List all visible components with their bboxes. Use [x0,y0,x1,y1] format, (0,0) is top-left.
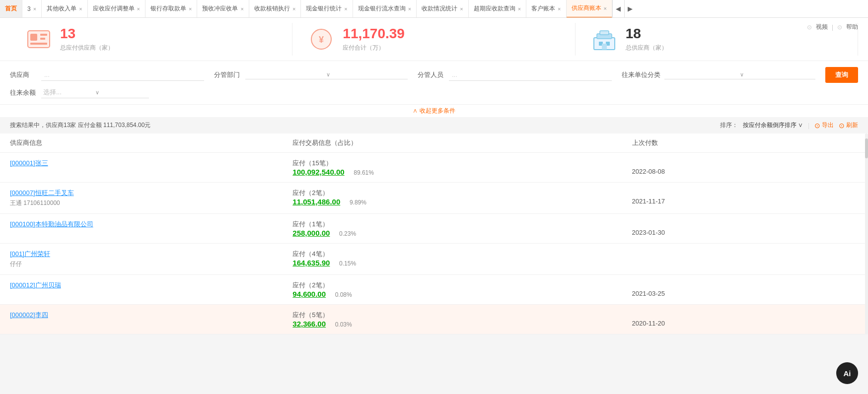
supplier-link[interactable]: [000012]广州贝瑞 [10,281,61,289]
nav-tab-ar-ap-adjust[interactable]: 应收应付调整单 × [88,0,145,18]
transaction-info-cell: 应付（4笔） 164,635.90 0.15% [292,250,632,267]
svg-rect-9 [600,31,609,35]
summary-text-payable-suppliers: 13 总应付供应商（家） [60,26,114,52]
table-row: [000012]广州贝瑞 应付（2笔） 94,600.00 0.08% 2021… [0,275,868,305]
nav-tab-other-income[interactable]: 其他收入单 × [42,0,87,18]
table-row: [000100]本特勤油品有限公司 应付（1笔） 258,000.00 0.23… [0,214,868,244]
nav-tab-receipt-stat-label: 收款情况统计 [422,4,457,13]
transaction-amount[interactable]: 164,635.90 [292,259,330,267]
nav-tab-customer-ledger-label: 客户账本 [531,4,555,13]
total-suppliers-number: 18 [626,26,667,42]
svg-text:¥: ¥ [319,35,324,45]
nav-tab-receipt-stat[interactable]: 收款情况统计 × [417,0,468,18]
supplier-filter-input[interactable] [41,69,204,81]
video-link[interactable]: 视频 [816,23,828,31]
transaction-info-cell: 应付（2笔） 11,051,486.00 9.89% [292,189,632,206]
nav-arrow-left[interactable]: ◀ [612,0,624,18]
nav-tab-bank-deposit-close[interactable]: × [189,6,192,12]
table-row: [000002]李四 应付（5笔） 32,366.00 0.03% 2020-1… [0,305,868,334]
dept-filter-label: 分管部门 [214,70,241,79]
supplier-link[interactable]: [000007]恒旺二手叉车 [10,189,74,197]
transaction-pct: 0.08% [335,291,352,298]
sort-value[interactable]: 按应付余额倒序排序 ∨ [743,121,803,130]
nav-tab-supplier-ledger[interactable]: 供应商账本 × [567,0,612,18]
nav-tab-cash-bank-query-close[interactable]: × [408,6,411,12]
transaction-pct: 0.03% [335,321,352,328]
refresh-button[interactable]: ⊙ 刷新 [839,121,858,130]
collapse-label[interactable]: ∧ 收起更多条件 [413,107,455,114]
refresh-icon: ⊙ [839,122,845,130]
nav-tab-3[interactable]: 3 × [22,0,42,18]
result-bar: 搜索结果中，供应商13家 应付金额 111,703,854.00元 排序： 按应… [0,117,868,133]
dept-filter-arrow: ∨ [326,71,406,78]
transaction-amount[interactable]: 11,051,486.00 [292,197,340,206]
query-button[interactable]: 查询 [825,67,858,83]
nav-tab-cash-bank-query[interactable]: 现金银行流水查询 × [353,0,417,18]
nav-tab-customer-ledger-close[interactable]: × [558,6,561,12]
supplier-link[interactable]: [000100]本特勤油品有限公司 [10,220,93,228]
balance-filter-select[interactable]: 选择... ∨ [41,87,149,98]
supplier-info-cell: [000100]本特勤油品有限公司 [10,220,292,229]
supplier-link[interactable]: [001]广州荣轩 [10,250,50,258]
transaction-label: 应付（2笔） [292,189,632,197]
transaction-amount[interactable]: 32,366.00 [292,320,326,328]
nav-tab-pre-receive-label: 预收冲应收单 [202,4,238,13]
svg-rect-4 [30,43,47,45]
person-filter-label: 分管人员 [418,70,445,79]
export-button[interactable]: ⊙ 导出 [814,121,834,130]
nav-tab-pre-receive[interactable]: 预收冲应收单 × [197,0,249,18]
svg-rect-12 [602,44,607,50]
last-payment-cell: 2023-01-30 [632,220,858,236]
nav-tab-receipt-verify[interactable]: 收款核销执行 × [249,0,301,18]
scrollbar-thumb[interactable] [865,138,868,158]
table-body: [000001]张三 应付（15笔） 100,092,540.00 89.61%… [0,153,868,334]
last-payment-cell: 2022-08-08 [632,159,858,175]
nav-tab-pre-receive-close[interactable]: × [240,6,243,12]
nav-tab-customer-ledger[interactable]: 客户账本 × [526,0,566,18]
nav-tab-overdue-ar-close[interactable]: × [518,6,521,12]
supplier-info-cell: [000002]李四 [10,311,292,320]
nav-tab-supplier-ledger-close[interactable]: × [604,5,607,11]
payable-suppliers-label: 总应付供应商（家） [60,44,114,52]
filter-item-supplier: 供应商 [10,69,204,81]
nav-tab-home[interactable]: 首页 [0,0,22,18]
person-filter-input[interactable] [449,69,612,81]
nav-tab-bank-deposit[interactable]: 银行存取款单 × [145,0,197,18]
help-link[interactable]: 帮助 [846,23,858,31]
header-last-payment: 上次付数 [632,138,858,147]
summary-bar: 13 总应付供应商（家） ¥ 11,170.39 应付合计（万） [0,18,868,61]
nav-arrow-right[interactable]: ▶ [624,0,636,18]
nav-tab-other-income-close[interactable]: × [79,6,82,12]
category-filter-label: 往来单位分类 [622,70,660,79]
supplier-sub-info: 仔仔 [10,260,292,268]
top-navigation: 首页 3 × 其他收入单 × 应收应付调整单 × 银行存取款单 × 预收冲应收单… [0,0,868,18]
transaction-pct: 0.15% [339,260,356,267]
nav-tab-cash-bank-query-label: 现金银行流水查询 [358,4,406,13]
total-suppliers-label: 总供应商（家） [626,44,667,52]
scrollbar-vertical[interactable] [865,133,868,334]
balance-filter-arrow: ∨ [95,89,147,96]
nav-tab-other-income-label: 其他收入单 [47,4,76,13]
supplier-icon-1 [25,25,53,53]
nav-tab-cash-bank-stat-close[interactable]: × [344,6,347,12]
supplier-link[interactable]: [000002]李四 [10,311,48,319]
transaction-info-cell: 应付（2笔） 94,600.00 0.08% [292,281,632,298]
nav-tab-ar-ap-adjust-close[interactable]: × [137,6,140,12]
refresh-label: 刷新 [846,121,858,130]
nav-tab-3-close[interactable]: × [33,6,36,12]
transaction-amount[interactable]: 94,600.00 [292,290,326,298]
nav-tab-receipt-stat-close[interactable]: × [460,6,463,12]
nav-tab-overdue-ar[interactable]: 超期应收款查询 × [469,0,526,18]
category-filter-select[interactable]: ∨ [664,70,816,79]
nav-tab-cash-bank-stat[interactable]: 现金银行统计 × [301,0,353,18]
nav-tab-ar-ap-adjust-label: 应收应付调整单 [93,4,135,13]
dept-filter-select[interactable]: ∨ [245,70,408,79]
nav-tab-receipt-verify-close[interactable]: × [292,6,295,12]
transaction-amount[interactable]: 258,000.00 [292,229,330,237]
table-row: [000007]恒旺二手叉车 王通 17106110000 应付（2笔） 11,… [0,183,868,214]
top-right-links: ⊙ 视频 | ⊙ 帮助 [807,23,858,31]
data-table: 供应商信息 应付交易信息（占比） 上次付数 [000001]张三 应付（15笔）… [0,133,868,334]
collapse-bar[interactable]: ∧ 收起更多条件 [0,105,868,117]
supplier-link[interactable]: [000001]张三 [10,159,48,167]
transaction-amount[interactable]: 100,092,540.00 [292,168,344,176]
